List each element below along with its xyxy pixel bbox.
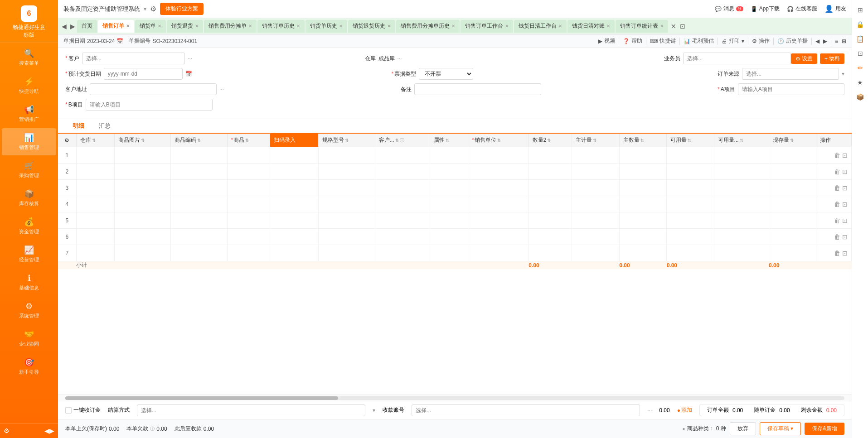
warehouse-dots[interactable]: ··· [398,55,402,62]
tab-12[interactable]: 销售订单统计表 ✕ [616,20,668,33]
row-unit-4[interactable] [468,196,529,212]
row-qty2-5[interactable] [529,212,572,229]
tab-prev-btn[interactable]: ◀ [60,23,68,30]
sidebar-item-8[interactable]: ℹ 基础信息 [2,269,56,296]
row-delete-7[interactable]: 🗑 [834,250,840,257]
row-property-7[interactable] [430,245,468,261]
row-barcode-2[interactable] [270,164,319,180]
tab-close-all-btn[interactable]: ✕ [669,23,678,30]
row-delete-4[interactable]: 🗑 [834,201,840,208]
right-panel-btn-6[interactable]: ★ [854,76,867,89]
row-delete-2[interactable]: 🗑 [834,168,840,175]
sidebar-item-4[interactable]: 🛒 采购管理 [2,156,56,183]
row-qty2-4[interactable] [529,196,572,212]
row-qty2-2[interactable] [529,164,572,180]
row-property-1[interactable] [430,147,468,164]
tab-5[interactable]: 销售订单历史 ✕ [257,20,305,33]
row-copy-3[interactable]: ⊡ [842,184,848,192]
solution-btn[interactable]: 体验行业方案 [160,3,204,15]
row-main-qty-4[interactable] [619,196,666,212]
row-unit-1[interactable] [468,147,529,164]
row-main-qty-3[interactable] [619,180,666,196]
toolbar-list-view-btn[interactable]: ≡ [835,38,838,44]
toolbar-view-btn[interactable]: ▶ 视频 [598,37,615,45]
tab-11[interactable]: 钱货日清对账 ✕ [567,20,615,33]
sidebar-item-5[interactable]: 📦 库存核算 [2,184,56,212]
toolbar-print-btn[interactable]: 🖨 打印 ▾ [722,37,744,45]
toolbar-help-btn[interactable]: ❓ 帮助 [623,37,642,45]
account-dots[interactable]: ··· [647,407,652,414]
address-dots[interactable]: ··· [219,86,224,92]
payment-method-input[interactable] [137,404,365,416]
row-warehouse-7[interactable] [76,245,115,261]
row-delete-5[interactable]: 🗑 [834,217,840,224]
tab-close-7[interactable]: ✕ [387,24,391,29]
tab-close-8[interactable]: ✕ [451,24,455,29]
row-copy-5[interactable]: ⊡ [842,217,848,224]
topbar-settings-icon[interactable]: ⚙ [150,5,156,13]
row-copy-7[interactable]: ⊡ [842,250,848,257]
user-item[interactable]: 👤 用友 [824,5,846,13]
row-copy-1[interactable]: ⊡ [842,152,848,159]
row-code-3[interactable] [171,180,227,196]
row-main-qty-2[interactable] [619,164,666,180]
toolbar-operate-btn[interactable]: ⚙ 操作 [752,37,770,45]
row-customer-code-3[interactable] [375,180,430,196]
row-qty2-6[interactable] [529,229,572,245]
row-copy-6[interactable]: ⊡ [842,233,848,241]
toolbar-grid-view-btn[interactable]: ⊞ [842,38,846,44]
credit-info-icon[interactable]: ⓘ [150,426,155,432]
order-source-input[interactable] [742,68,839,80]
b-project-input[interactable] [86,99,213,111]
toolbar-history-btn[interactable]: 🕐 历史单据 [777,37,808,45]
row-main-qty-6[interactable] [619,229,666,245]
sidebar-item-11[interactable]: 🎯 新手引导 [2,353,56,380]
tab-close-9[interactable]: ✕ [505,24,509,29]
row-warehouse-3[interactable] [76,180,115,196]
th-barcode[interactable]: 扫码录入 [270,134,319,147]
right-panel-btn-1[interactable]: ⊞ [854,4,867,16]
sidebar-settings-btn[interactable]: ⚙ [4,427,10,434]
tab-close-11[interactable]: ✕ [606,24,610,29]
sidebar-item-10[interactable]: 🤝 企业协同 [2,325,56,352]
tab-expand-btn[interactable]: ⊡ [678,23,687,30]
calendar-icon[interactable]: 📅 [116,38,123,44]
sidebar-item-2[interactable]: 📢 营销推广 [2,100,56,127]
customer-dots[interactable]: ··· [188,55,192,62]
row-barcode-1[interactable] [270,147,319,164]
checkbox-icon[interactable] [65,407,72,414]
row-barcode-7[interactable] [270,245,319,261]
account-input[interactable] [412,404,640,416]
tab-6[interactable]: 销货单历史 ✕ [305,20,347,33]
tab-9[interactable]: 销售订单工作台 ✕ [461,20,513,33]
row-copy-2[interactable]: ⊡ [842,168,848,175]
row-spec-1[interactable] [319,147,375,164]
row-spec-2[interactable] [319,164,375,180]
right-panel-btn-4[interactable]: ⊡ [854,47,867,60]
sidebar-item-7[interactable]: 📈 经营管理 [2,241,56,268]
row-product-5[interactable] [227,212,270,229]
row-warehouse-2[interactable] [76,164,115,180]
row-product-3[interactable] [227,180,270,196]
row-warehouse-6[interactable] [76,229,115,245]
remark-input[interactable] [414,83,541,95]
row-spec-5[interactable] [319,212,375,229]
tab-detail[interactable]: 明细 [65,119,92,134]
discard-btn[interactable]: 放弃 [730,422,756,435]
row-code-1[interactable] [171,147,227,164]
sidebar-item-1[interactable]: ⚡ 快捷导航 [2,72,56,99]
tab-close-12[interactable]: ✕ [660,24,664,29]
tab-summary[interactable]: 汇总 [92,119,118,134]
add-btn[interactable]: ● 添加 [677,406,692,414]
row-spec-6[interactable] [319,229,375,245]
settings-right-btn[interactable]: ⚙ 设置 [791,53,817,64]
delivery-date-input[interactable] [104,68,183,80]
row-customer-code-5[interactable] [375,212,430,229]
row-barcode-4[interactable] [270,196,319,212]
sidebar-item-6[interactable]: 💰 资金管理 [2,212,56,240]
row-customer-code-6[interactable] [375,229,430,245]
print-dropdown-icon[interactable]: ▾ [742,38,744,44]
row-property-5[interactable] [430,212,468,229]
row-product-4[interactable] [227,196,270,212]
row-warehouse-4[interactable] [76,196,115,212]
